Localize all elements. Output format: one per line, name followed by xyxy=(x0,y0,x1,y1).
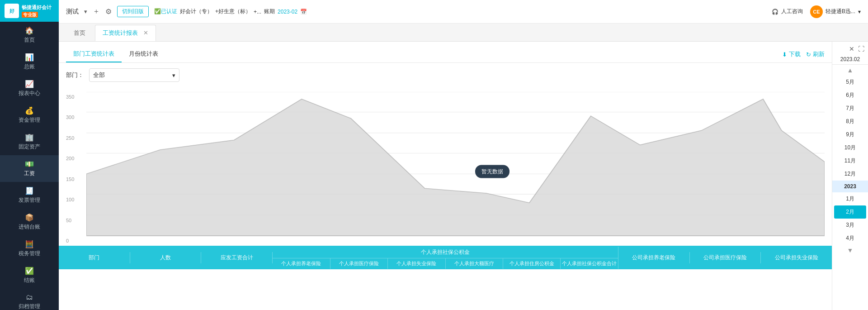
sidebar-item-assets[interactable]: 🏢 固定资产 xyxy=(0,129,59,155)
sidebar-item-label: 资金管理 xyxy=(19,116,40,124)
salary-icon: 💵 xyxy=(25,160,34,168)
sub-tabs: 部门工资统计表 月份统计表 xyxy=(66,46,165,62)
refresh-icon: ↻ xyxy=(806,51,811,58)
download-icon: ⬇ xyxy=(782,51,787,58)
th-personal-pension: 个人承担养老保险 xyxy=(273,258,330,269)
rp-month-9[interactable]: 9月 xyxy=(832,128,868,141)
th-total-salary: 应发工资合计 xyxy=(201,252,273,263)
rp-next-btn[interactable]: ▼ xyxy=(832,245,868,256)
th-company-medical: 公司承担医疗保险 xyxy=(690,252,761,263)
sidebar-item-label: 首页 xyxy=(24,36,35,44)
period-value: 2023-02 xyxy=(278,9,297,15)
sub-tabs-bar: 部门工资统计表 月份统计表 ⬇ 下载 ↻ 刷新 xyxy=(59,42,832,63)
th-company-pension: 公司承担养老保险 xyxy=(618,252,690,263)
th-company-unemployment: 公司承担失业保险 xyxy=(761,252,832,263)
th-personal-medical: 个人承担医疗保险 xyxy=(330,258,388,269)
assets-icon: 🏢 xyxy=(25,133,34,142)
th-personal-unemployment: 个人承担失业保险 xyxy=(388,258,445,269)
calendar-icon[interactable]: 📅 xyxy=(300,9,307,15)
sidebar-item-funds[interactable]: 💰 资金管理 xyxy=(0,102,59,129)
sub-actions: ⬇ 下载 ↻ 刷新 xyxy=(782,50,825,58)
topbar: 测试 ▾ ＋ ⚙ 切到旧版 ✅已认证 好会计（专） +好生意（标） +... 账… xyxy=(59,0,868,24)
sidebar-item-purchase[interactable]: 📦 进销台账 xyxy=(0,209,59,235)
rp-month-1[interactable]: 1月 xyxy=(832,192,868,205)
sidebar-item-invoice[interactable]: 🧾 发票管理 xyxy=(0,182,59,209)
download-action[interactable]: ⬇ 下载 xyxy=(782,50,801,58)
switch-old-btn[interactable]: 切到旧版 xyxy=(117,6,149,17)
th-dept: 部门 xyxy=(59,252,130,263)
chart-container: 350 300 250 200 150 100 50 0 xyxy=(66,92,825,246)
dropdown-arrow[interactable]: ▾ xyxy=(84,8,87,15)
more-badge: +... xyxy=(254,9,261,15)
tab-home[interactable]: 首页 xyxy=(66,25,93,41)
sidebar-item-archive[interactable]: 🗂 归档管理 xyxy=(0,289,59,310)
gear-button[interactable]: ⚙ xyxy=(105,7,112,16)
th-group-title: 个人承担社保公积金 xyxy=(273,247,618,258)
sub-tab-monthly[interactable]: 月份统计表 xyxy=(122,46,165,62)
tabbar: 首页 工资统计报表 ✕ xyxy=(59,24,868,42)
sub-tab-dept[interactable]: 部门工资统计表 xyxy=(66,46,122,62)
sidebar-item-tax[interactable]: 🧮 税务管理 xyxy=(0,235,59,262)
rp-close-btn[interactable]: ✕ xyxy=(849,45,854,52)
home-icon: 🏠 xyxy=(25,26,34,35)
page-content: 部门工资统计表 月份统计表 ⬇ 下载 ↻ 刷新 xyxy=(59,42,868,310)
rp-month-6[interactable]: 6月 xyxy=(832,89,868,102)
avatar: CE xyxy=(810,5,823,18)
tab-close-icon[interactable]: ✕ xyxy=(143,29,148,36)
rp-month-5[interactable]: 5月 xyxy=(832,76,868,89)
logo-icon: 好 xyxy=(5,4,19,18)
rp-prev-btn[interactable]: ▲ xyxy=(832,65,868,76)
sidebar-item-salary[interactable]: 💵 工资 xyxy=(0,155,59,182)
dept-filter-select[interactable]: 全部 ▾ xyxy=(89,68,179,82)
sidebar-item-label: 进销台账 xyxy=(19,223,40,231)
rp-month-3[interactable]: 3月 xyxy=(832,219,868,232)
filter-label: 部门： xyxy=(66,71,84,79)
logo-sub: 专业版 xyxy=(22,11,52,18)
th-personal-housing-fund: 个人承担住房公积金 xyxy=(503,258,561,269)
filter-bar: 部门： 全部 ▾ xyxy=(59,63,832,87)
tab-salary-stats[interactable]: 工资统计报表 ✕ xyxy=(95,25,156,41)
rp-month-8[interactable]: 8月 xyxy=(832,115,868,128)
refresh-action[interactable]: ↻ 刷新 xyxy=(806,50,825,58)
chart-area: 350 300 250 200 150 100 50 0 xyxy=(59,87,832,310)
rp-month-11[interactable]: 11月 xyxy=(832,154,868,167)
purchase-icon: 📦 xyxy=(25,213,34,222)
th-count: 人数 xyxy=(130,252,202,263)
chevron-down-icon: ▾ xyxy=(172,72,175,79)
th-personal-total: 个人承担社保公积金合计 xyxy=(561,258,618,269)
topbar-actions: 🎧 人工咨询 CE 轻捷通B迅... ▾ xyxy=(772,5,861,18)
main-panel: 部门工资统计表 月份统计表 ⬇ 下载 ↻ 刷新 xyxy=(59,42,832,310)
rp-month-2-active[interactable]: 2月 xyxy=(834,205,866,219)
rp-month-10[interactable]: 10月 xyxy=(832,141,868,154)
logo-text: 畅捷通好会计 专业版 xyxy=(22,4,52,18)
topbar-title: 测试 xyxy=(66,8,79,16)
sidebar-nav: 🏠 首页 📊 总账 📈 报表中心 💰 资金管理 🏢 固定资产 💵 工资 🧾 发票… xyxy=(0,22,59,310)
user-menu[interactable]: CE 轻捷通B迅... ▾ xyxy=(810,5,861,18)
rp-expand-btn[interactable]: ⛶ xyxy=(858,45,864,52)
rp-month-7[interactable]: 7月 xyxy=(832,102,868,115)
th-personal-insurance-group: 个人承担社保公积金 个人承担养老保险 个人承担医疗保险 个人承担失业保险 xyxy=(273,247,618,269)
support-link[interactable]: 🎧 人工咨询 xyxy=(772,8,803,15)
ledger-icon: 📊 xyxy=(25,53,34,62)
rp-year-section: 2023 xyxy=(832,181,868,192)
sidebar-item-ledger[interactable]: 📊 总账 xyxy=(0,48,59,75)
sidebar-item-home[interactable]: 🏠 首页 xyxy=(0,22,59,48)
table-header-bar: 部门 人数 应发工资合计 个人承担社保公积金 个人承担养老保险 xyxy=(59,246,832,269)
sidebar-item-reports[interactable]: 📈 报表中心 xyxy=(0,75,59,102)
sidebar-item-checkout[interactable]: ✅ 结账 xyxy=(0,262,59,289)
rp-year-label: 2023.02 xyxy=(832,54,868,65)
y-axis: 350 300 250 200 150 100 50 0 xyxy=(66,92,84,246)
invoice-icon: 🧾 xyxy=(25,186,34,195)
sidebar-item-label: 报表中心 xyxy=(19,90,40,97)
main-area: 测试 ▾ ＋ ⚙ 切到旧版 ✅已认证 好会计（专） +好生意（标） +... 账… xyxy=(59,0,868,310)
rp-month-4[interactable]: 4月 xyxy=(832,232,868,245)
archive-icon: 🗂 xyxy=(26,293,33,301)
rp-year-2023[interactable]: 2023 xyxy=(832,181,868,192)
period-label: 账期 xyxy=(264,8,275,15)
rp-month-12[interactable]: 12月 xyxy=(832,167,868,181)
sidebar-item-label: 税务管理 xyxy=(19,250,40,258)
topbar-status: ✅已认证 好会计（专） +好生意（标） +... 账期 2023-02 📅 xyxy=(154,8,307,15)
chart-tooltip: 暂无数据 xyxy=(475,165,509,178)
add-button[interactable]: ＋ xyxy=(93,7,100,16)
user-chevron-icon: ▾ xyxy=(858,9,861,15)
